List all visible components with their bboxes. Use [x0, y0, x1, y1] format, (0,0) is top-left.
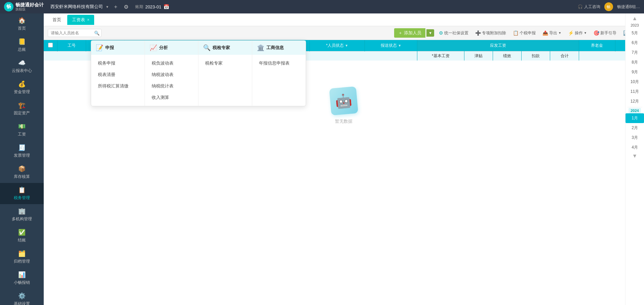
service-label: 人工咨询: [584, 4, 600, 10]
header-checkbox[interactable]: [48, 43, 53, 47]
sidebar-item-settings[interactable]: ⚙️ 基础设置: [0, 289, 44, 305]
search-icon[interactable]: 🔍: [94, 31, 100, 36]
special-deduct-button[interactable]: ➕ 专项附加扣除: [473, 29, 508, 37]
service-button[interactable]: 🎧 人工咨询: [578, 4, 600, 10]
search-input[interactable]: [48, 29, 102, 37]
social-insurance-button[interactable]: ⚙ 统一社保设置: [437, 29, 470, 37]
sidebar-item-invoice[interactable]: 🧾 发票管理: [0, 141, 44, 162]
export-icon: 📤: [542, 30, 548, 36]
calendar-panel: ▲ 2023 5月 6月 7月 8月 9月 10月 11月 12月 2024 1…: [625, 13, 644, 305]
calendar-month-9[interactable]: 9月: [626, 67, 644, 77]
tax-dropdown-menu: 📝 申报 税务申报 税表清册 所得税汇算清缴 📈 分析: [91, 40, 306, 106]
invoice-icon: 🧾: [18, 144, 26, 151]
header-pension: 养老金: [579, 40, 615, 51]
header-checkbox-cell: [44, 40, 57, 51]
tax-stats-item[interactable]: 纳税统计表: [145, 80, 198, 92]
empty-icon: 🤖: [329, 86, 358, 116]
calendar-month-3[interactable]: 3月: [626, 133, 644, 143]
dd-section-declaration: 📝 申报 税务申报 税表清册 所得税汇算清缴: [91, 41, 145, 106]
calendar-up-button[interactable]: ▲: [632, 15, 638, 22]
tab-home[interactable]: 首页: [48, 15, 66, 25]
calendar-month-7[interactable]: 7月: [626, 48, 644, 58]
sub-header-total: 合计: [550, 51, 579, 61]
declaration-items: 税务申报 税表清册 所得税汇算清缴: [91, 55, 145, 94]
expert-item[interactable]: 税检专家: [198, 58, 252, 69]
period-area: 账期 2023-01 📅: [135, 4, 169, 10]
special-deduct-icon: ➕: [475, 30, 481, 36]
tab-salary[interactable]: 工资表 ×: [67, 15, 94, 25]
income-tax-item[interactable]: 所得税汇算清缴: [91, 80, 145, 92]
dd-section-analysis-header: 📈 分析: [145, 41, 198, 55]
home-icon: 🏠: [18, 17, 26, 24]
sidebar-item-home[interactable]: 🏠 首页: [0, 13, 44, 35]
operations-dropdown-icon: ▼: [584, 31, 587, 35]
period-label: 账期: [135, 4, 143, 10]
period-value[interactable]: 2023-01: [145, 4, 161, 9]
calendar-month-12[interactable]: 12月: [626, 97, 644, 106]
user-avatar: 畅: [604, 2, 613, 11]
company-dropdown-icon[interactable]: ▼: [106, 5, 109, 9]
sidebar-item-report[interactable]: 📊 小畅报销: [0, 268, 44, 289]
fund-icon: 💰: [18, 80, 26, 88]
add-person-dropdown-button[interactable]: ▼: [426, 29, 434, 37]
sidebar-item-tax[interactable]: 📋 税务管理: [0, 183, 44, 204]
calendar-month-5[interactable]: 5月: [626, 28, 644, 38]
close-books-icon: ✅: [18, 229, 26, 236]
add-company-button[interactable]: ＋: [112, 3, 120, 10]
send-status-filter-icon[interactable]: ▼: [398, 44, 401, 47]
calendar-down-button[interactable]: ▼: [632, 152, 638, 160]
main-layout: 🏠 首页 📒 总账 ☁️ 云报表中心 💰 资金管理 🏗️ 固定资产 💵 工资 🧾…: [0, 13, 644, 305]
dd-section-tax-expert-header: 🔍 税检专家: [198, 41, 252, 55]
app-name: 畅捷通好会计: [15, 2, 44, 8]
tab-home-label: 首页: [52, 17, 61, 23]
dd-section-business: 🏛️ 工商信息 年报信息申报表: [252, 41, 306, 106]
calendar-month-1[interactable]: 1月: [626, 113, 644, 123]
export-button[interactable]: 📤 导出 ▼: [540, 29, 563, 37]
calendar-month-10[interactable]: 10月: [626, 77, 644, 87]
user-name[interactable]: 畅捷通B组…: [617, 4, 640, 10]
header-send-status: 报送状态 ▼: [365, 40, 417, 51]
add-person-button[interactable]: ＋ 添加人员: [394, 28, 425, 38]
annual-report-item[interactable]: 年报信息申报表: [252, 58, 306, 69]
sidebar-item-close-books[interactable]: ✅ 结账: [0, 225, 44, 246]
tax-payment-item[interactable]: 纳税波动表: [145, 69, 198, 80]
calendar-month-4[interactable]: 4月: [626, 143, 644, 152]
multi-icon: 🏢: [18, 207, 26, 215]
calendar-month-11[interactable]: 11月: [626, 87, 644, 97]
tax-expert-title: 税检专家: [213, 45, 230, 51]
calendar-month-2[interactable]: 2月: [626, 123, 644, 133]
sidebar-item-inventory[interactable]: 📦 库存核算: [0, 162, 44, 183]
tax-expert-icon: 🔍: [203, 44, 211, 51]
company-area[interactable]: 西安虾米网络科技有限公司 ▼ ＋ ⚙: [50, 3, 130, 10]
dd-section-business-header: 🏛️ 工商信息: [252, 41, 306, 55]
new-guide-button[interactable]: 🎯 新手引导: [592, 29, 618, 37]
dd-section-tax-expert: 🔍 税检专家 税检专家: [198, 41, 252, 106]
headset-icon: 🎧: [578, 4, 583, 9]
calendar-icon[interactable]: 📅: [163, 4, 169, 9]
personal-tax-button[interactable]: 📋 个税申报: [511, 29, 538, 37]
sidebar-item-asset[interactable]: 🏗️ 固定资产: [0, 98, 44, 119]
company-settings-button[interactable]: ⚙: [122, 4, 130, 10]
sidebar-item-salary[interactable]: 💵 工资: [0, 119, 44, 141]
tax-burden-item[interactable]: 税负波动表: [145, 58, 198, 69]
income-calc-item[interactable]: 收入测算: [145, 92, 198, 103]
calendar-month-6[interactable]: 6月: [626, 38, 644, 48]
tab-salary-close-icon[interactable]: ×: [87, 17, 89, 22]
analysis-icon: 📈: [150, 44, 157, 51]
header-id: 工号: [57, 40, 86, 51]
sidebar-item-archive[interactable]: 🗂️ 归档管理: [0, 246, 44, 268]
sidebar-item-fund[interactable]: 💰 资金管理: [0, 77, 44, 98]
calendar-month-8[interactable]: 8月: [626, 58, 644, 67]
status-filter-icon[interactable]: ▼: [345, 44, 348, 47]
logo-text: 畅捷通好会计 旗舰版: [15, 2, 44, 12]
tax-form-item[interactable]: 税表清册: [91, 69, 145, 80]
tax-report-item[interactable]: 税务申报: [91, 58, 145, 69]
sidebar-item-ledger[interactable]: 📒 总账: [0, 35, 44, 56]
tabs-bar: 首页 工资表 × ⤢ ×: [44, 13, 644, 26]
tab-salary-label: 工资表: [72, 17, 85, 23]
sidebar-item-multi[interactable]: 🏢 多机构管理: [0, 204, 44, 225]
sidebar-item-cloud[interactable]: ☁️ 云报表中心: [0, 56, 44, 77]
header-status: *人员状态 ▼: [309, 40, 365, 51]
add-icon: ＋: [398, 30, 403, 36]
operations-button[interactable]: ⚡ 操作 ▼: [566, 29, 589, 37]
